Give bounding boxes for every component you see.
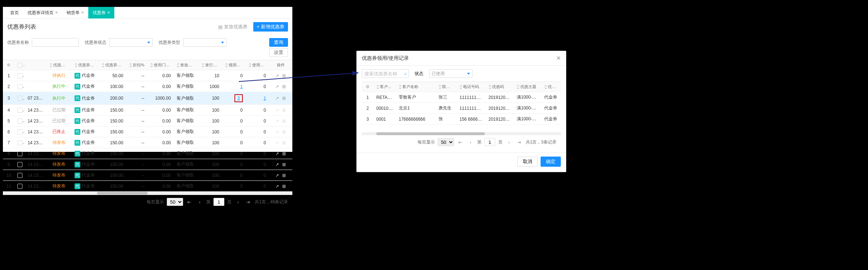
receive-count-link[interactable]: 3 — [237, 96, 240, 101]
tab-home[interactable]: 首页 — [6, 7, 23, 18]
close-icon[interactable]: ✕ — [107, 7, 110, 18]
share-icon[interactable]: ↗ — [275, 73, 279, 78]
select-all-checkbox[interactable] — [17, 63, 22, 68]
tab-coupon[interactable]: 优惠券✕ — [88, 7, 114, 18]
col-coupon-code[interactable]: 优惠码 — [486, 82, 514, 92]
tab-sales-order[interactable]: 销货单✕ — [62, 7, 88, 18]
coupon-type-cell: 代代金券 — [72, 126, 99, 137]
page-number-input[interactable] — [213, 198, 224, 206]
row-time: 14 23:59 — [25, 148, 46, 159]
first-page-button[interactable]: ⇤ — [457, 138, 464, 146]
share-icon: ↗ — [275, 173, 279, 178]
close-icon[interactable]: ✕ — [556, 55, 561, 62]
scrollbar-thumb[interactable] — [376, 132, 485, 135]
query-button[interactable]: 查询 — [269, 38, 288, 47]
gear-icon[interactable]: ⚙ — [366, 84, 369, 89]
prev-page-button[interactable]: ‹ — [196, 198, 203, 205]
table-row[interactable]: 4 14 23:59 已过期 代代金券 150.00 -- 0.00 客户领取 … — [3, 105, 292, 116]
next-page-button[interactable]: › — [505, 138, 513, 146]
first-page-button[interactable]: ⇤ — [186, 198, 193, 205]
coupon-type-cell: 代代金券 — [72, 70, 99, 81]
per-page-select[interactable]: 50 — [438, 138, 454, 146]
gear-icon[interactable]: ⚙ — [7, 63, 10, 67]
table-row[interactable]: 2 执行中 代代金券 100.00 -- 0.00 客户领取 1000 1 0 … — [3, 81, 292, 92]
last-page-button[interactable]: ⇥ — [516, 138, 523, 146]
qrcode-icon[interactable]: ⊞ — [282, 96, 286, 101]
status-select[interactable]: 已使用 — [429, 69, 473, 78]
confirm-button[interactable]: 确定 — [541, 157, 561, 167]
next-page-button[interactable]: › — [234, 198, 242, 205]
row-checkbox[interactable] — [17, 173, 22, 178]
search-icon[interactable]: ⌕ — [404, 71, 407, 76]
per-page-select[interactable]: 50 — [167, 198, 183, 206]
distribute-coupon-button[interactable]: ▤发放优惠券 — [215, 22, 250, 32]
col-threshold[interactable]: 使用门槛... — [147, 60, 174, 70]
col-label: 优惠码 — [492, 84, 504, 89]
table-row[interactable]: 1 RETAIL... 零散客户 张三 11111111111 2019120 … — [362, 92, 561, 103]
share-icon[interactable]: ↗ — [275, 96, 279, 101]
row-checkbox[interactable] — [17, 140, 22, 145]
col-discount[interactable]: 折扣% — [126, 60, 147, 70]
main-table-wrap: ⚙ 优惠券状态 优惠券类型 优惠券面值 折扣% 使用门槛... 发放方式 发行数… — [3, 60, 292, 195]
row-checkbox[interactable] — [17, 184, 22, 189]
share-icon: ↗ — [275, 108, 279, 113]
horizontal-scrollbar[interactable] — [3, 192, 292, 195]
col-coupon-topic[interactable]: 优惠主题 — [514, 82, 541, 92]
row-checkbox[interactable] — [17, 119, 22, 124]
row-checkbox[interactable] — [17, 129, 22, 134]
contact: 张三 — [436, 92, 457, 103]
add-coupon-button[interactable]: + 新增优惠券 — [253, 22, 288, 32]
row-checkbox[interactable] — [17, 108, 22, 113]
table-row[interactable]: 5 14 23:59 已过期 代代金券 150.00 -- 0.00 客户领取 … — [3, 116, 292, 126]
use-count-link[interactable]: 1 — [264, 96, 266, 101]
col-customer-name[interactable]: 客户名称 — [396, 82, 436, 92]
table-row[interactable]: 2 00010001 北京1 唐先生 11111111111 2019120 7… — [362, 103, 561, 114]
last-page-button[interactable]: ⇥ — [245, 198, 252, 205]
status-select[interactable] — [109, 38, 153, 47]
page-number-input[interactable] — [484, 138, 495, 146]
search-input[interactable] — [362, 69, 409, 78]
status-badge: 待发布 — [52, 162, 65, 167]
table-row[interactable]: 3 0001 17666666666 张 156 6666 6... 20191… — [362, 114, 561, 125]
row-checkbox[interactable] — [17, 73, 22, 78]
qrcode-icon[interactable]: ⊞ — [282, 73, 286, 78]
settings-button[interactable]: 设置 — [269, 48, 288, 57]
search-box: ⌕ — [362, 69, 409, 78]
row-checkbox[interactable] — [17, 84, 22, 89]
col-status[interactable]: 优惠券状态 — [47, 60, 72, 70]
horizontal-scrollbar[interactable] — [362, 132, 561, 135]
col-contact[interactable]: 联系人 — [436, 82, 457, 92]
qrcode-icon[interactable]: ⊞ — [282, 84, 286, 89]
col-type[interactable]: 优惠券类型 — [72, 60, 99, 70]
coupon-name-input[interactable] — [32, 38, 79, 47]
table-row[interactable]: 9 14 23:59 待发布 代代金券 150.00 -- 0.00 客户领取 … — [3, 159, 292, 170]
col-receive-qty[interactable]: 领用数量 — [222, 60, 246, 70]
table-row[interactable]: 6 14 23:59 已终止 代代金券 150.00 -- 0.00 客户领取 … — [3, 126, 292, 137]
table-row[interactable]: 11 14 23:59 待发布 代代金券 150.00 -- 0.00 客户领取… — [3, 181, 292, 192]
col-issue-qty[interactable]: 发行数量 — [199, 60, 222, 70]
close-icon[interactable]: ✕ — [55, 7, 58, 18]
scrollbar-thumb[interactable] — [97, 192, 148, 195]
col-coupon-type[interactable]: 优惠券类 — [541, 82, 561, 92]
col-phone[interactable]: 电话号码 — [457, 82, 486, 92]
table-row[interactable]: 7 14 23:59 待发布 代代金券 150.00 -- 0.00 客户领取 … — [3, 137, 292, 148]
col-customer-code[interactable]: 客户... — [373, 82, 396, 92]
share-icon[interactable]: ↗ — [275, 84, 279, 89]
table-row[interactable]: 8 14 23:59 待发布 代代金券 150.00 -- 0.00 客户领取 … — [3, 148, 292, 159]
col-face-value[interactable]: 优惠券面值 — [99, 60, 126, 70]
close-icon[interactable]: ✕ — [81, 7, 84, 18]
col-use-qty[interactable]: 使用数量 — [246, 60, 269, 70]
prev-page-button[interactable]: ‹ — [467, 138, 474, 146]
use-qty: 0 — [246, 81, 269, 92]
table-row[interactable]: 3 07 23:59 执行中 代代金券 200.00 -- 1000.00 客户… — [3, 92, 292, 105]
row-checkbox[interactable] — [17, 151, 22, 156]
receive-count-link[interactable]: 1 — [240, 84, 243, 89]
row-checkbox[interactable] — [17, 96, 22, 101]
tab-coupon-detail[interactable]: 优惠券详情页✕ — [23, 7, 62, 18]
table-row[interactable]: 1 待执行 代代金券 50.00 -- 0.00 客户领取 10 0 0 ↗ ⊞ — [3, 70, 292, 81]
cancel-button[interactable]: 取消 — [517, 157, 538, 167]
type-select[interactable] — [183, 38, 226, 47]
row-checkbox[interactable] — [17, 162, 22, 167]
col-dist-method[interactable]: 发放方式 — [174, 60, 199, 70]
table-row[interactable]: 10 14 23:59 待发布 代代金券 150.00 -- 0.00 客户领取… — [3, 170, 292, 181]
